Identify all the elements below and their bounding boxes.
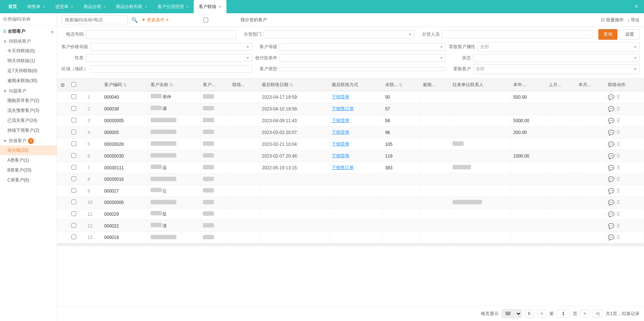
- th-this-month[interactable]: 本月...: [576, 79, 605, 91]
- th-code[interactable]: 客户编码 ⇅: [102, 79, 148, 91]
- tab-purchase[interactable]: 进货单 ×: [50, 0, 78, 13]
- grid-action-icon[interactable]: ⠿: [616, 106, 620, 112]
- tab-close-product-list[interactable]: ×: [145, 4, 147, 9]
- cell-checkbox[interactable]: [69, 232, 85, 243]
- payment-select[interactable]: ▼: [279, 54, 446, 62]
- sidebar-item-b-class[interactable]: B类客户(33): [0, 165, 57, 175]
- grid-action-icon[interactable]: ⠿: [616, 153, 620, 159]
- per-page-select[interactable]: 50 100 200: [502, 309, 522, 318]
- tab-close-sales[interactable]: ×: [43, 4, 45, 9]
- grid-action-icon[interactable]: ⠿: [616, 234, 620, 240]
- cell-checkbox[interactable]: [69, 208, 85, 220]
- query-button[interactable]: 查询: [598, 29, 617, 40]
- cell-checkbox[interactable]: [69, 220, 85, 232]
- th-this-year[interactable]: 本年...: [511, 79, 546, 91]
- tab-product-analysis[interactable]: 商品分析 ×: [78, 0, 111, 13]
- scatter-attr-select[interactable]: 全部 ▼: [478, 42, 640, 52]
- batch-op-btn[interactable]: ☑ 批量操作: [601, 17, 624, 23]
- reset-button[interactable]: 设置: [620, 29, 640, 40]
- cell-checkbox[interactable]: [69, 91, 85, 103]
- tab-customer-contact[interactable]: 客户联络 ×: [194, 0, 226, 13]
- pending-contact-section[interactable]: ▼ 待联络客户: [0, 36, 57, 46]
- select-all-checkbox[interactable]: [71, 82, 76, 87]
- customer-level-select[interactable]: ▼: [279, 43, 446, 51]
- sidebar-item-tomorrow[interactable]: 明天待联络(1): [0, 56, 57, 66]
- chat-icon[interactable]: 💬: [608, 118, 614, 124]
- th-contact-person[interactable]: 往来单位联系人: [450, 79, 511, 91]
- grid-action-icon[interactable]: ⠿: [616, 130, 620, 135]
- tab-home[interactable]: 首页: [3, 0, 22, 13]
- nav-close-button[interactable]: ×: [632, 3, 641, 10]
- manager-select[interactable]: ···: [442, 31, 592, 38]
- th-last-way[interactable]: 最后联络方式: [329, 79, 383, 91]
- export-btn[interactable]: ↓ 导出: [627, 17, 640, 23]
- cell-checkbox[interactable]: [69, 127, 85, 138]
- sidebar-item-ungroup[interactable]: 未分组(32): [0, 145, 57, 155]
- tab-sales[interactable]: 销售单 ×: [22, 0, 50, 13]
- cell-checkbox[interactable]: [69, 150, 85, 162]
- tab-close-product-analysis[interactable]: ×: [103, 4, 106, 9]
- cell-checkbox[interactable]: [69, 197, 85, 208]
- th-settings[interactable]: ⚙: [57, 79, 69, 91]
- grid-action-icon[interactable]: ⠿: [616, 200, 620, 205]
- sidebar-item-overdue[interactable]: 逾期未联络(30): [0, 76, 57, 86]
- price-level-select[interactable]: ▼: [90, 43, 252, 51]
- grid-action-icon[interactable]: ⠿: [616, 176, 620, 182]
- chat-icon[interactable]: 💬: [608, 165, 614, 171]
- horizontal-scrollbar[interactable]: [57, 243, 644, 246]
- th-name[interactable]: 客户名称 ⇅: [148, 79, 201, 91]
- my-customer-checkbox[interactable]: 我分管的客户: [173, 17, 267, 23]
- cell-checkbox[interactable]: [69, 103, 85, 115]
- chat-icon[interactable]: 💬: [608, 188, 614, 194]
- region-select[interactable]: ···: [90, 65, 252, 73]
- chat-icon[interactable]: 💬: [608, 106, 614, 112]
- chat-icon[interactable]: 💬: [608, 153, 614, 159]
- chat-icon[interactable]: 💬: [608, 223, 614, 229]
- problem-customers-section[interactable]: ▼ 问题客户: [0, 86, 57, 96]
- grid-action-icon[interactable]: ⠿: [616, 188, 620, 194]
- cell-checkbox[interactable]: [69, 174, 85, 185]
- last-page-btn[interactable]: >|: [592, 310, 603, 318]
- sidebar-item-today[interactable]: 今天待联络(0): [0, 46, 57, 56]
- grid-action-icon[interactable]: ⠿: [616, 223, 620, 229]
- settings-icon[interactable]: ⚙: [60, 82, 65, 88]
- sidebar-item-7days[interactable]: 近7天待联络(0): [0, 66, 57, 76]
- tab-close-purchase[interactable]: ×: [71, 4, 73, 9]
- chat-icon[interactable]: 💬: [608, 141, 614, 147]
- th-not-contact[interactable]: 未联... ⇅: [383, 79, 420, 91]
- nature-select[interactable]: ▼: [86, 54, 252, 62]
- tab-product-list[interactable]: 商品分析列表 ×: [111, 0, 152, 13]
- grid-action-icon[interactable]: ⠿: [616, 94, 620, 100]
- search-input[interactable]: [61, 15, 128, 24]
- th-contact[interactable]: 联络...: [230, 79, 260, 91]
- all-customers-header[interactable]: ⠿ 全部客户 «: [0, 25, 57, 36]
- tab-close-customer-segment[interactable]: ×: [186, 4, 189, 9]
- page-input[interactable]: [557, 310, 570, 318]
- status-select[interactable]: ▼: [473, 54, 640, 62]
- my-customer-check[interactable]: [173, 18, 239, 22]
- chat-icon[interactable]: 💬: [608, 130, 614, 135]
- chat-icon[interactable]: 💬: [608, 94, 614, 100]
- sidebar-search-input[interactable]: [3, 17, 57, 22]
- th-last-date[interactable]: 最后联络日期 ⇅: [260, 79, 330, 91]
- scatter-customer-select[interactable]: 全部 ▼: [473, 64, 640, 74]
- prev-page-btn[interactable]: <: [537, 310, 546, 318]
- sidebar-item-churn-warning[interactable]: 流失预警客户(3): [0, 106, 57, 116]
- tab-customer-segment[interactable]: 客户分层经营 ×: [152, 0, 194, 13]
- chat-icon[interactable]: 💬: [608, 200, 614, 205]
- search-icon[interactable]: 🔍: [131, 17, 138, 23]
- cell-checkbox[interactable]: [69, 115, 85, 127]
- grid-action-icon[interactable]: ⠿: [616, 118, 620, 124]
- first-page-btn[interactable]: K: [525, 310, 534, 318]
- chat-icon[interactable]: 💬: [608, 211, 614, 217]
- cell-checkbox[interactable]: [69, 138, 85, 150]
- th-overdue[interactable]: 逾期...: [420, 79, 450, 91]
- customer-type-select[interactable]: [279, 67, 446, 71]
- sidebar-item-c-class[interactable]: C类客户(6): [0, 175, 57, 185]
- sidebar-item-a-class[interactable]: A类客户(1): [0, 155, 57, 165]
- cell-checkbox[interactable]: [69, 162, 85, 174]
- phone-input[interactable]: [86, 30, 236, 39]
- more-filter-btn[interactable]: ▼ 更多条件 ∧: [141, 17, 169, 23]
- grid-action-icon[interactable]: ⠿: [616, 141, 620, 147]
- sidebar-item-declining[interactable]: 持续下滑客户(2): [0, 126, 57, 135]
